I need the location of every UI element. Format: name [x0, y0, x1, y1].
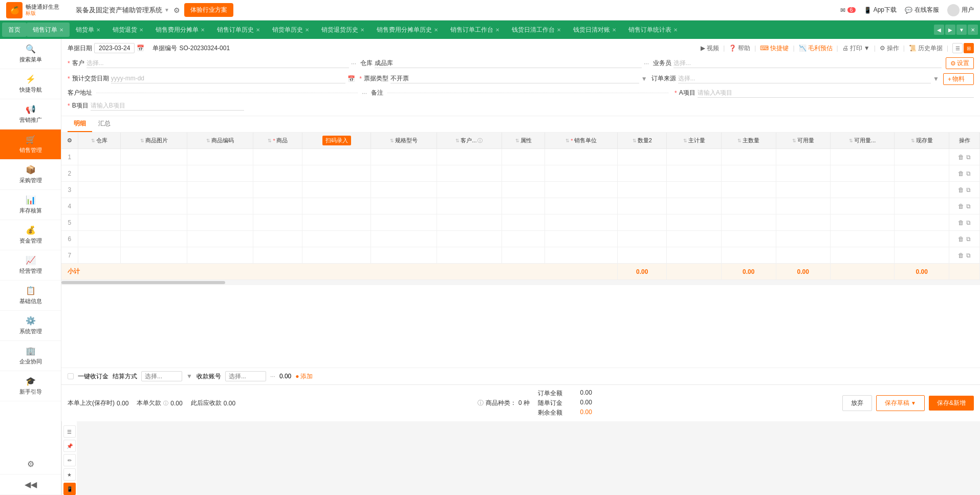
cell-barcode[interactable] — [302, 149, 371, 165]
sort-icon[interactable]: ⇅ — [792, 138, 796, 143]
system-title[interactable]: 装备及固定资产辅助管理系统 ▼ — [76, 6, 169, 15]
cell-qty2[interactable] — [617, 247, 667, 264]
sort-icon[interactable]: ⇅ — [91, 138, 95, 143]
sort-icon[interactable]: ⇅ — [849, 138, 853, 143]
history-btn[interactable]: 📜 历史单据 — [909, 44, 943, 53]
quick-deposit-checkbox[interactable] — [68, 373, 74, 379]
sidebar-item-operations[interactable]: 📈 经营管理 — [0, 250, 61, 281]
cell-code[interactable] — [187, 214, 253, 231]
cell-image[interactable] — [121, 247, 187, 264]
customer-input[interactable] — [86, 58, 349, 68]
online-service-btn[interactable]: 💬 在线客服 — [905, 6, 939, 14]
cell-product[interactable] — [253, 231, 302, 247]
invoice-dropdown-icon[interactable]: ▼ — [641, 75, 647, 82]
calendar-icon[interactable]: 📅 — [137, 45, 144, 52]
cell-spec[interactable] — [371, 247, 437, 264]
sidebar-item-purchase[interactable]: 📦 采购管理 — [0, 160, 61, 190]
cell-main-unit[interactable] — [667, 247, 722, 264]
cell-stock[interactable] — [895, 247, 949, 264]
cell-product[interactable] — [253, 165, 302, 182]
delivery-input[interactable] — [111, 74, 346, 83]
cell-available[interactable] — [776, 149, 831, 165]
close-icon[interactable]: ✕ — [612, 27, 616, 33]
right-panel-list-btn[interactable]: ☰ — [63, 425, 76, 438]
cell-custom[interactable] — [437, 182, 502, 198]
print-btn[interactable]: 🖨 打印 ▼ — [842, 44, 870, 53]
delivery-calendar-icon[interactable]: 📅 — [347, 75, 355, 82]
delete-icon[interactable]: 🗑 — [958, 154, 964, 161]
cell-qty2[interactable] — [617, 182, 667, 198]
tab-summary[interactable]: 汇总 — [92, 116, 117, 132]
cell-available2[interactable] — [831, 165, 895, 182]
grid-view-btn[interactable]: ⊞ — [964, 43, 974, 53]
tab-daily-reconcile[interactable]: 钱货日清对账 ✕ — [567, 23, 622, 37]
sidebar-item-system[interactable]: ⚙️ 系统管理 — [0, 311, 61, 341]
cell-custom[interactable] — [437, 198, 502, 214]
copy-icon[interactable]: ⧉ — [966, 186, 971, 193]
cell-code[interactable] — [187, 182, 253, 198]
cell-image[interactable] — [121, 182, 187, 198]
copy-icon[interactable]: ⧉ — [966, 219, 971, 226]
cell-custom[interactable] — [437, 214, 502, 231]
cell-available2[interactable] — [831, 247, 895, 264]
scroll-bar[interactable] — [61, 280, 980, 285]
app-download-btn[interactable]: 📱 App下载 — [864, 6, 897, 14]
close-icon[interactable]: ✕ — [305, 27, 309, 33]
cell-product[interactable] — [253, 149, 302, 165]
right-panel-pin-btn[interactable]: 📌 — [63, 440, 76, 452]
cell-stock[interactable] — [895, 214, 949, 231]
draft-dropdown-icon[interactable]: ▼ — [911, 400, 916, 406]
a-project-input[interactable] — [698, 88, 974, 98]
tab-order-stats[interactable]: 销售订单统计表 ✕ — [622, 23, 684, 37]
cell-attr[interactable] — [502, 149, 545, 165]
cell-available2[interactable] — [831, 214, 895, 231]
tab-daily-clear[interactable]: 钱货日清工作台 ✕ — [506, 23, 567, 37]
account-input[interactable] — [225, 371, 266, 381]
order-source-dropdown-icon[interactable]: ▼ — [933, 75, 939, 82]
cell-custom[interactable] — [437, 231, 502, 247]
sidebar-bottom-settings[interactable]: ⚙ — [0, 454, 61, 475]
cell-qty2[interactable] — [617, 231, 667, 247]
cell-attr[interactable] — [502, 182, 545, 198]
cell-barcode[interactable] — [302, 214, 371, 231]
cell-warehouse[interactable] — [78, 149, 121, 165]
user-menu[interactable]: 用户 — [947, 4, 974, 16]
sort-icon[interactable]: ⇅ — [683, 138, 687, 143]
nav-next-btn[interactable]: ▶ — [945, 25, 955, 35]
cell-spec[interactable] — [371, 182, 437, 198]
cell-available2[interactable] — [831, 182, 895, 198]
cell-code[interactable] — [187, 231, 253, 247]
cell-barcode[interactable] — [302, 198, 371, 214]
cell-stock[interactable] — [895, 231, 949, 247]
cell-stock[interactable] — [895, 165, 949, 182]
cell-main-qty[interactable] — [722, 247, 776, 264]
list-view-btn[interactable]: ☰ — [952, 43, 963, 53]
sort-icon[interactable]: ⇅ — [737, 138, 742, 143]
cell-stock[interactable] — [895, 198, 949, 214]
barcode-btn[interactable]: 扫码录入 — [322, 136, 351, 145]
cell-code[interactable] — [187, 247, 253, 264]
sidebar-item-marketing[interactable]: 📢 营销推广 — [0, 99, 61, 130]
th-settings[interactable]: ⚙ — [61, 133, 78, 149]
cell-product[interactable] — [253, 182, 302, 198]
cell-attr[interactable] — [502, 247, 545, 264]
cell-product[interactable] — [253, 198, 302, 214]
column-settings-icon[interactable]: ⚙ — [67, 137, 72, 143]
payment-dropdown-icon[interactable]: ▼ — [186, 373, 192, 380]
invoice-input[interactable] — [390, 74, 639, 83]
add-goods-btn[interactable]: + 物料 — [943, 73, 974, 85]
account-more-btn[interactable]: ··· — [270, 373, 275, 380]
delete-icon[interactable]: 🗑 — [958, 186, 964, 193]
tab-goods-history[interactable]: 销货单历史 ✕ — [266, 23, 315, 37]
delete-icon[interactable]: 🗑 — [958, 219, 964, 226]
info-icon[interactable]: ⓘ — [163, 400, 168, 407]
copy-icon[interactable]: ⧉ — [966, 154, 971, 161]
cell-image[interactable] — [121, 198, 187, 214]
cell-attr[interactable] — [502, 165, 545, 182]
cell-warehouse[interactable] — [78, 247, 121, 264]
cell-custom[interactable] — [437, 165, 502, 182]
cell-custom[interactable] — [437, 247, 502, 264]
cell-available[interactable] — [776, 214, 831, 231]
cell-main-qty[interactable] — [722, 231, 776, 247]
cell-image[interactable] — [121, 231, 187, 247]
